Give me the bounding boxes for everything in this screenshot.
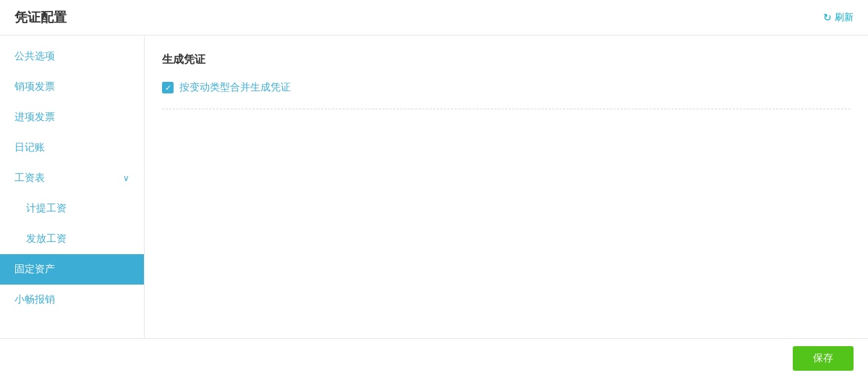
sidebar-item-label: 固定资产 bbox=[14, 263, 55, 276]
page-wrapper: 凭证配置 ↻ 刷新 公共选项销项发票进项发票日记账工资表∨计提工资发放工资固定资… bbox=[0, 0, 868, 378]
checkbox-label[interactable]: 按变动类型合并生成凭证 bbox=[179, 81, 291, 94]
body: 公共选项销项发票进项发票日记账工资表∨计提工资发放工资固定资产小畅报销 生成凭证… bbox=[0, 35, 868, 338]
chevron-down-icon: ∨ bbox=[123, 173, 129, 183]
checkbox-row: ✓ 按变动类型合并生成凭证 bbox=[162, 81, 851, 94]
sidebar-item-journal[interactable]: 日记账 bbox=[0, 133, 144, 163]
sidebar-item-label: 进项发票 bbox=[14, 111, 55, 124]
footer: 保存 bbox=[0, 338, 868, 378]
check-mark-icon: ✓ bbox=[165, 84, 171, 92]
sidebar-item-purchase-invoice[interactable]: 进项发票 bbox=[0, 102, 144, 133]
refresh-button[interactable]: ↻ 刷新 bbox=[823, 11, 854, 24]
page-title: 凭证配置 bbox=[14, 9, 67, 26]
sidebar-item-expense[interactable]: 小畅报销 bbox=[0, 285, 144, 315]
sidebar-item-fixed-assets[interactable]: 固定资产 bbox=[0, 254, 144, 285]
sidebar-item-public[interactable]: 公共选项 bbox=[0, 41, 144, 72]
sidebar-item-label: 发放工资 bbox=[26, 232, 67, 245]
sidebar-item-payroll-distribution[interactable]: 发放工资 bbox=[0, 224, 144, 254]
sidebar-item-payroll[interactable]: 工资表∨ bbox=[0, 163, 144, 193]
sidebar: 公共选项销项发票进项发票日记账工资表∨计提工资发放工资固定资产小畅报销 bbox=[0, 35, 145, 338]
sidebar-item-label: 小畅报销 bbox=[14, 293, 55, 306]
main-content: 生成凭证 ✓ 按变动类型合并生成凭证 bbox=[145, 35, 868, 338]
header: 凭证配置 ↻ 刷新 bbox=[0, 0, 868, 35]
sidebar-item-label: 日记账 bbox=[14, 141, 45, 154]
merge-checkbox[interactable]: ✓ bbox=[162, 82, 174, 93]
sidebar-item-label: 计提工资 bbox=[26, 202, 67, 215]
section-divider bbox=[162, 109, 851, 109]
refresh-icon: ↻ bbox=[823, 12, 832, 23]
sidebar-item-payroll-provision[interactable]: 计提工资 bbox=[0, 193, 144, 224]
sidebar-item-sales-invoice[interactable]: 销项发票 bbox=[0, 72, 144, 102]
refresh-label: 刷新 bbox=[835, 11, 854, 24]
sidebar-item-label: 公共选项 bbox=[14, 50, 55, 63]
sidebar-item-label: 工资表 bbox=[14, 172, 45, 185]
save-button[interactable]: 保存 bbox=[793, 346, 854, 371]
section-title: 生成凭证 bbox=[162, 53, 851, 67]
sidebar-item-label: 销项发票 bbox=[14, 80, 55, 93]
